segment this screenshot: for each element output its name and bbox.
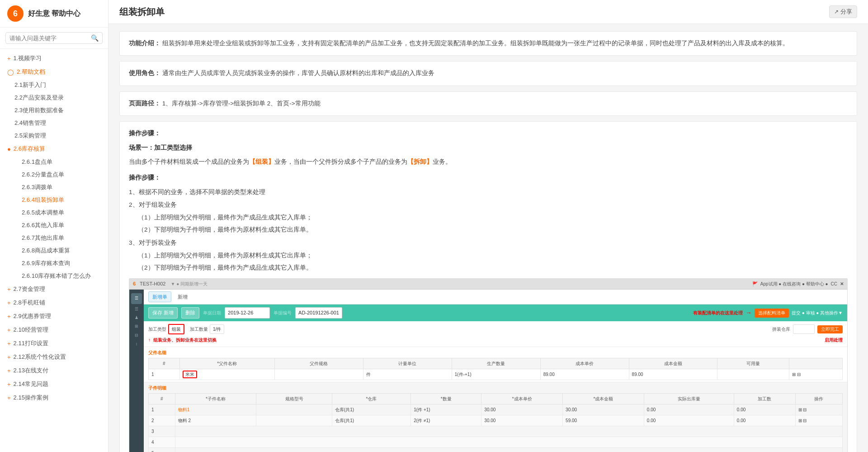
sidebar-item-label: 2.8手机旺铺: [14, 299, 45, 307]
ss-low-td-idx5: 5: [149, 448, 175, 452]
plus-icon4: +: [7, 313, 11, 320]
ss-select-bom-btn[interactable]: 选择配料清单: [755, 309, 789, 318]
sidebar-item-faq[interactable]: + 2.14常见问题: [0, 377, 108, 391]
ss-low-col-total: *成本金额: [563, 394, 644, 404]
ss-type-select[interactable]: 组装: [168, 324, 184, 334]
role-card: 使用角色： 通常由生产人员或库管人员完成拆装业务的操作，库管人员确认原材料的出库…: [119, 61, 857, 86]
sidebar-item-newcomer[interactable]: 2.1新手入门: [0, 79, 108, 91]
sidebar: 6 好生意 帮助中心 🔍 + 1.视频学习 ◯ 2.帮助文档 2.1新手入门 2…: [0, 0, 108, 452]
ss-col-spec: 父件规格: [274, 358, 363, 369]
ss-low-td-avail2: 0.00: [644, 415, 734, 426]
ss-low-td-name2: 物料 2: [175, 415, 256, 426]
ss-name-input[interactable]: 米米: [183, 371, 197, 378]
ss-col-idx: #: [149, 358, 180, 369]
sidebar-item-inventory[interactable]: ● 2.6库存核算: [0, 142, 108, 156]
ss-save-btn[interactable]: 保存 新增: [148, 307, 178, 319]
ss-tab-active[interactable]: 新增单: [148, 291, 171, 303]
sidebar-item-docs[interactable]: ◯ 2.帮助文档: [0, 65, 108, 79]
sidebar-item-install[interactable]: 2.2产品安装及登录: [0, 91, 108, 104]
plus-icon5: +: [7, 327, 11, 333]
ss-confirm-btn[interactable]: 立即完工: [817, 325, 843, 333]
ss-arrow-right: →: [745, 308, 752, 319]
search-icon[interactable]: 🔍: [91, 34, 99, 42]
ss-low-td-unit: 仓库(共1): [332, 404, 410, 415]
sidebar-item-otherinbound[interactable]: 2.6.6其他入库单: [0, 219, 108, 232]
share-button[interactable]: ↗ 分享: [829, 5, 857, 18]
steps-card: 操作步骤： 场景一：加工类型选择 当由多个子件材料组装成一个成品的业务为【组装】…: [119, 121, 857, 452]
sidebar-item-assembly[interactable]: 2.6.4组装拆卸单: [0, 194, 108, 206]
ss-nav-icon4: ⊞: [135, 323, 138, 330]
ss-titlebar-left: 6 TEST-H002 ▼ ● 同期新增一天: [133, 280, 208, 288]
ss-num-label: 单据编号: [274, 309, 292, 317]
sidebar-item-print[interactable]: + 2.11打印设置: [0, 337, 108, 350]
ss-annot1-area: 有装配清单的在这里处理 → 选择配料清单 提交 ● 审核 ● 其他操作▼: [693, 308, 843, 319]
sidebar-item-coupon[interactable]: + 2.9优惠券管理: [0, 309, 108, 323]
ss-low-td-idx3: 3: [149, 426, 175, 437]
sidebar-item-purchase[interactable]: 2.5采购管理: [0, 129, 108, 142]
ss-num-input[interactable]: AD-20191226-001: [295, 307, 342, 319]
ss-annot2-row: ↑ 组装业务、拆卸业务在这里切换 启用处理: [148, 336, 843, 344]
sidebar-item-stockerr[interactable]: 2.6.10库存账本错了怎么办: [0, 270, 108, 282]
ss-td-spec: [274, 369, 363, 380]
sidebar-item-mgmt[interactable]: + 2.10经营管理: [0, 323, 108, 337]
ss-close-icon[interactable]: ✕: [840, 280, 844, 288]
ss-low-td-avail: 0.00: [644, 404, 734, 415]
ss-type-field: 加工类型 组装: [148, 324, 184, 334]
main-header: 组装拆卸单 ↗ 分享: [108, 0, 868, 24]
sidebar-item-data[interactable]: 2.3使用前数据准备: [0, 104, 108, 117]
path-text: 页面路径： 1、库存核算->库存管理->组装拆卸单 2、首页->常用功能: [129, 100, 321, 107]
ss-upper-table-title: 父件名细: [148, 349, 843, 357]
ss-nav-icon3: ♟: [135, 314, 138, 321]
ss-low-td-mfg2: 0.00: [734, 415, 795, 426]
sidebar-item-label: 2.11打印设置: [14, 339, 48, 347]
ss-td-ops: ⊞ ⊟: [789, 369, 843, 380]
sidebar-item-mobile[interactable]: + 2.8手机旺铺: [0, 296, 108, 309]
sidebar-item-label: 2.14常见问题: [14, 380, 48, 388]
search-input[interactable]: [9, 35, 91, 42]
ss-topbar: 新增单 新增: [144, 290, 847, 305]
sidebar-item-costadj[interactable]: 2.6.5成本调整单: [0, 206, 108, 219]
sidebar-item-system[interactable]: + 2.12系统个性化设置: [0, 350, 108, 364]
ss-col-qty: 计量单位: [363, 358, 452, 369]
sidebar-item-stocksplit[interactable]: 2.6.2分量盘点单: [0, 168, 108, 181]
table-row: 3: [149, 426, 843, 437]
sidebar-item-adjust[interactable]: 2.6.3调拨单: [0, 181, 108, 194]
sidebar-item-onlinepay[interactable]: + 2.13在线支付: [0, 364, 108, 377]
sidebar-item-funds[interactable]: + 2.7资金管理: [0, 282, 108, 296]
ss-low-col-cost: *成本单价: [481, 394, 563, 404]
ss-titlebar: 6 TEST-H002 ▼ ● 同期新增一天 🚩 App试用 ● 在线咨询 ● …: [129, 279, 847, 290]
role-label: 使用角色：: [129, 70, 160, 76]
ss-extra-actions: 提交 ● 审核 ● 其他操作▼: [792, 309, 843, 317]
plus-icon: +: [7, 55, 11, 62]
sidebar-item-stockcheck[interactable]: 2.6.1盘点单: [0, 156, 108, 168]
ss-tab-new[interactable]: 新增: [174, 292, 191, 302]
ss-td-name: 米米: [179, 369, 274, 380]
ss-qty-input[interactable]: 1/件: [210, 324, 224, 334]
sidebar-item-label: 2.15操作案例: [14, 394, 48, 402]
ss-low-td-empty4: [175, 437, 842, 448]
sidebar-item-otheroutbound[interactable]: 2.6.7其他出库单: [0, 232, 108, 244]
sidebar-item-cases[interactable]: + 2.15操作案例: [0, 391, 108, 404]
ss-col-avail: 可用量: [717, 358, 789, 369]
ss-low-td-qty: 1(件 +1): [411, 404, 481, 415]
path-card: 页面路径： 1、库存核算->库存管理->组装拆卸单 2、首页->常用功能: [119, 91, 857, 116]
sidebar-item-sales[interactable]: 2.4销售管理: [0, 117, 108, 129]
step1: 1、根据不同的业务，选择不同单据的类型来处理: [129, 187, 848, 198]
ss-date-input[interactable]: 2019-12-26: [225, 307, 270, 319]
ss-low-td-empty3: [175, 426, 842, 437]
table-row: 2 物料 2 仓库(共1) 2(件 ≠1) 30.00 59.00 0.00: [149, 415, 843, 426]
ss-qty-field: 加工数量 1/件: [190, 324, 224, 334]
ss-right-annot: 拼装仓库 立即完工: [230, 324, 843, 334]
sidebar-item-stockquery[interactable]: 2.6.9库存账本查询: [0, 257, 108, 270]
ss-lower-table-title: 子件明细: [148, 384, 843, 392]
share-icon: ↗: [834, 9, 839, 15]
sidebar-item-video[interactable]: + 1.视频学习: [0, 52, 108, 65]
ss-low-td-unit2: 仓库(共1): [332, 415, 410, 426]
step2-sub2: （2）下部明细为子件明细，最终作为原材料生成其它出库单。: [138, 224, 848, 235]
sidebar-item-goodscost[interactable]: 2.6.8商品成本重算: [0, 244, 108, 257]
ss-delete-btn[interactable]: 删除: [181, 307, 199, 319]
ss-warehouse-input[interactable]: [793, 324, 815, 334]
ss-td-total: 89.00: [629, 369, 717, 380]
ss-upper-table-area: 父件名细 # *父件名称 父件规格 计量单位 生产数量: [144, 347, 847, 382]
ss-lower-table-area: 子件明细 # *子件名称 规格型号 *仓库 *数量: [144, 382, 847, 452]
